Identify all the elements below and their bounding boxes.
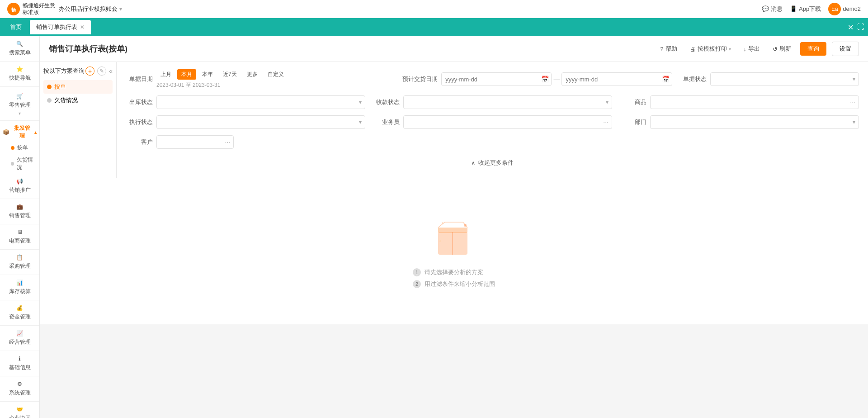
tab-home[interactable]: 首页 (4, 20, 28, 34)
sidebar-search[interactable]: 🔍 搜索菜单 (0, 36, 39, 62)
exec-status-input[interactable] (156, 115, 365, 129)
sidebar-item-sales-mgmt[interactable]: 💼 销售管理 (0, 199, 39, 224)
refresh-button[interactable]: ↺ 刷新 (769, 43, 795, 55)
expected-date-end-input[interactable] (561, 72, 672, 86)
date-btn-custom[interactable]: 自定义 (264, 69, 288, 80)
salesperson-field: 业务员 ··· (373, 115, 612, 129)
grey-dot-icon (11, 162, 14, 166)
username-label: demo2 (843, 5, 861, 12)
expected-delivery-control: 📅 — 📅 (441, 72, 672, 86)
sidebar-item-inventory[interactable]: 📊 库存核算 (0, 275, 39, 300)
scheme-icons: + ✎ « (85, 66, 113, 76)
sidebar-item-marketing[interactable]: 📢 营销推广 (0, 174, 39, 199)
expected-date-start-input[interactable] (441, 72, 552, 86)
logo-icon: 畅 (7, 3, 20, 15)
query-button[interactable]: 查询 (800, 42, 826, 56)
export-label: 导出 (748, 45, 760, 53)
date-range-display: 2023-03-01 至 2023-03-31 (156, 81, 395, 89)
customer-input[interactable] (156, 135, 234, 149)
page-header-actions: ? 帮助 🖨 按模板打印 ▾ ↓ 导出 ↺ 刷新 查询 (656, 42, 859, 56)
filter-scheme-panel: 按以下方案查询 + ✎ « 按单 欠货情况 (40, 62, 117, 178)
sales-mgmt-label: 销售管理 (9, 212, 31, 219)
app-download-label: App下载 (799, 5, 821, 13)
scheme-active-dot (47, 85, 52, 89)
filter-panel: 按以下方案查询 + ✎ « 按单 欠货情况 (40, 62, 868, 178)
fold-icon[interactable]: « (109, 67, 113, 75)
tab-close-icon[interactable]: ✕ (80, 24, 85, 30)
message-button[interactable]: 💬 消息 (762, 5, 783, 13)
page-title: 销售订单执行表(按单) (49, 43, 127, 54)
sidebar-item-purchase[interactable]: 📋 采购管理 (0, 250, 39, 275)
sidebar-item-finance[interactable]: 💰 资金管理 (0, 300, 39, 326)
header-right: 💬 消息 📱 App下载 Ea demo2 (762, 3, 861, 15)
wholesale-label: 批发管理 (11, 124, 33, 140)
help-label: 帮助 (665, 45, 677, 53)
page-header: 销售订单执行表(按单) ? 帮助 🖨 按模板打印 ▾ ↓ 导出 ↺ 刷新 (40, 36, 868, 62)
scheme-item-by-order[interactable]: 按单 (43, 80, 113, 94)
tab-expand-icon[interactable]: ⛶ (857, 23, 864, 31)
help-button[interactable]: ? 帮助 (656, 43, 680, 55)
department-input[interactable] (650, 115, 859, 129)
home-tab-label: 首页 (10, 23, 22, 31)
customer-field: 客户 ··· (126, 135, 234, 149)
help-icon: ? (660, 46, 663, 52)
user-profile[interactable]: Ea demo2 (828, 3, 861, 15)
tab-bar: 首页 销售订单执行表 ✕ ✕ ⛶ (0, 18, 868, 36)
sidebar-item-wholesale[interactable]: 📦 批发管理 ▴ (0, 121, 39, 142)
date-btn-last-month[interactable]: 上月 (156, 69, 175, 80)
search-label: 搜索菜单 (9, 49, 31, 57)
quick-nav-label: 快捷导航 (9, 74, 31, 82)
collapse-btn[interactable]: ∧ 收起更多条件 (126, 155, 859, 171)
marketing-label: 营销推广 (9, 186, 31, 194)
expected-date-range: 📅 — 📅 (441, 72, 672, 86)
delivery-status-control: ▾ (156, 95, 365, 109)
sidebar-item-retail[interactable]: 🛒 零售管理 ▾ (0, 89, 39, 121)
date-separator: — (553, 76, 560, 83)
goods-label: 商品 (619, 98, 646, 106)
filter-row-2: 出库状态 ▾ 收款状态 ▾ (126, 95, 859, 109)
doc-status-field: 单据状态 ▾ (679, 72, 859, 86)
date-btn-this-month[interactable]: 本月 (177, 69, 196, 80)
date-btn-7days[interactable]: 近7天 (219, 69, 241, 80)
company-selector[interactable]: 办公用品行业模拟账套 ▾ (59, 5, 122, 13)
date-btn-more[interactable]: 更多 (243, 69, 262, 80)
print-icon: 🖨 (690, 46, 696, 52)
date-btn-this-year[interactable]: 本年 (198, 69, 217, 80)
inventory-label: 库存核算 (9, 288, 31, 295)
date-filter-bar: 上月 本月 本年 近7天 更多 自定义 (156, 69, 395, 80)
doc-status-control: ▾ (710, 72, 859, 86)
sidebar-item-operation[interactable]: 📈 经营管理 (0, 326, 39, 351)
sidebar-item-system[interactable]: ⚙ 系统管理 (0, 376, 39, 402)
empty-state: 1 请先选择要分析的方案 2 用过滤条件来缩小分析范围 (40, 178, 868, 324)
tab-sales-exec[interactable]: 销售订单执行表 ✕ (30, 20, 91, 34)
delivery-status-input[interactable] (156, 95, 365, 109)
scheme-title: 按以下方案查询 (43, 67, 85, 75)
scheme-grey-dot (47, 98, 52, 103)
sidebar-item-enterprise[interactable]: 🤝 企业协同 (0, 402, 39, 418)
sidebar-item-basic-info[interactable]: ℹ 基础信息 (0, 351, 39, 376)
scheme-item-debt[interactable]: 欠货情况 (43, 94, 113, 107)
sidebar-sub-debt[interactable]: 欠货情况 (0, 154, 39, 174)
basic-info-icon: ℹ (19, 356, 21, 362)
add-scheme-button[interactable]: + (85, 66, 94, 76)
filter-row-3: 执行状态 ▾ 业务员 ··· (126, 115, 859, 129)
message-icon: 💬 (762, 5, 769, 12)
sidebar-item-ecommerce[interactable]: 🖥 电商管理 (0, 224, 39, 250)
settings-button[interactable]: 设置 (832, 42, 859, 56)
empty-tips: 1 请先选择要分析的方案 2 用过滤条件来缩小分析范围 (413, 268, 495, 288)
collection-status-input[interactable] (403, 95, 612, 109)
template-print-button[interactable]: 🖨 按模板打印 ▾ (686, 43, 735, 55)
edit-scheme-button[interactable]: ✎ (97, 66, 106, 76)
salesperson-input[interactable] (403, 115, 612, 129)
sidebar-quick-nav[interactable]: ⭐ 快捷导航 (0, 62, 39, 87)
refresh-icon: ↺ (773, 46, 778, 52)
system-icon: ⚙ (17, 381, 22, 387)
sidebar-sub-by-order[interactable]: 按单 (0, 142, 39, 154)
app-download-button[interactable]: 📱 App下载 (790, 5, 821, 13)
tab-close-window-icon[interactable]: ✕ (848, 23, 854, 32)
goods-input[interactable] (650, 95, 859, 109)
logo-area: 畅 畅捷通好生意 标准版 (7, 2, 55, 15)
doc-status-input[interactable] (710, 72, 859, 86)
finance-icon: 💰 (16, 305, 23, 311)
export-button[interactable]: ↓ 导出 (740, 43, 764, 55)
